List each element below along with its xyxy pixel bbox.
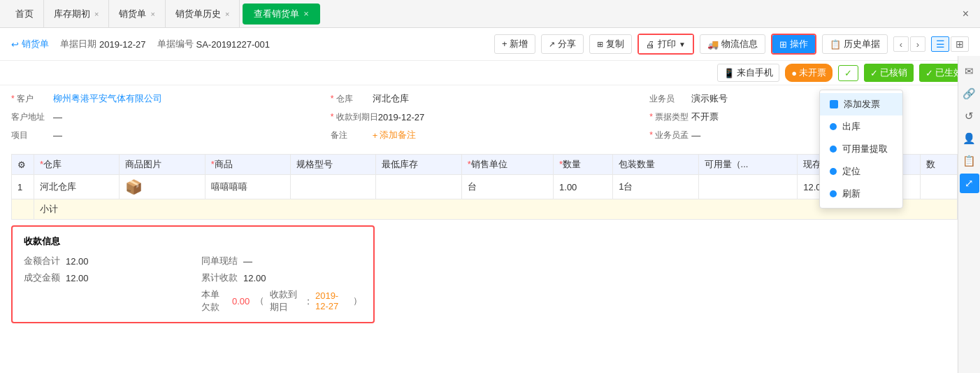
settings-col-header: ⚙	[12, 155, 34, 175]
share-icon: ↗	[549, 40, 555, 49]
row-pkg-qty: 1台	[613, 175, 698, 199]
current-due-full-item: 本单欠款 0.00 （ 收款到期日 : 2019-12-27 ）	[201, 288, 362, 314]
sidebar-link-icon[interactable]: 🔗	[960, 84, 979, 104]
confirmed-check-icon: ✓	[870, 68, 878, 78]
project-field: 项目 —	[11, 129, 331, 141]
circle-icon: ●	[791, 68, 797, 78]
doc-date-field: 单据日期 2019-12-27	[60, 38, 146, 50]
col-available: 可用量（...	[698, 155, 798, 175]
tab-view-sales[interactable]: 查看销货单 ×	[243, 3, 320, 24]
not-open-button[interactable]: ● 未开票	[785, 64, 833, 82]
transaction-amount-item: 成交金额 12.00	[24, 272, 185, 284]
truck-icon: 🚚	[707, 39, 719, 50]
customer-field: 客户 柳州粤港平安气体有限公司	[11, 92, 331, 105]
col-amount: 数	[920, 155, 957, 175]
product-image: 📦	[125, 179, 143, 195]
confirmed-button[interactable]: ✓ 已核销	[864, 64, 914, 82]
action-row: 📱 来自手机 ● 未开票 ✓ ✓ 已核销 ✓ 已生效	[0, 61, 980, 85]
check-icon-button[interactable]: ✓	[838, 65, 858, 81]
operations-button[interactable]: ⊞ 操作	[772, 35, 815, 53]
tab-close-inventory[interactable]: ×	[94, 10, 99, 18]
col-qty: *数量	[554, 155, 613, 175]
outbound-dot-icon	[830, 123, 837, 130]
prev-arrow[interactable]: ‹	[893, 36, 909, 52]
col-spec: 规格型号	[291, 155, 376, 175]
row-image: 📦	[120, 175, 205, 199]
invoice-type-field: 票据类型 不开票	[649, 111, 969, 123]
warehouse-field: 仓库 河北仓库	[331, 92, 650, 105]
doc-header: ↩ 销货单 单据日期 2019-12-27 单据编号 SA-20191227-0…	[0, 28, 980, 61]
refresh-dot-icon	[830, 190, 837, 197]
tab-sales-history[interactable]: 销货单历史 ×	[166, 0, 240, 28]
toolbar: + 新增 ↗ 分享 ⊞ 复制 🖨 打印 ▼ 🚚 物流信息	[494, 34, 969, 55]
print-dropdown-arrow[interactable]: ▼	[679, 41, 686, 48]
sales-employee-field: 业务员孟 —	[649, 129, 969, 141]
print-button-wrapper: 🖨 打印 ▼	[637, 34, 694, 55]
sidebar-user-icon[interactable]: 👤	[960, 129, 979, 148]
history-icon: 📋	[830, 39, 841, 50]
same-bill-settlement-item: 同单现结 —	[201, 255, 362, 267]
address-field: 客户地址 —	[11, 111, 331, 123]
col-product: *商品	[205, 155, 290, 175]
sidebar-clip-icon[interactable]: 📋	[960, 151, 979, 171]
table-header-row: ⚙ *仓库 商品图片 *商品 规格型号 最低库存 *销售单位 *数量	[12, 155, 958, 175]
sidebar-refresh-icon[interactable]: ↺	[960, 106, 979, 126]
phone-icon: 📱	[723, 68, 735, 78]
copy-button[interactable]: ⊞ 复制	[589, 34, 632, 54]
col-pkg-qty: 包装数量	[613, 155, 698, 175]
grid-icon: ⊞	[779, 39, 787, 50]
locate-item[interactable]: 定位	[820, 160, 902, 183]
tab-home[interactable]: 首页	[6, 0, 44, 28]
add-invoice-item[interactable]: 添加发票	[820, 93, 902, 115]
settings-icon[interactable]: ⚙	[17, 160, 26, 170]
outbound-item[interactable]: 出库	[820, 115, 902, 138]
add-note-button[interactable]: + 添加备注	[373, 129, 417, 141]
summary-title: 收款信息	[24, 235, 362, 248]
tab-close-view[interactable]: ×	[303, 8, 309, 19]
tab-sales-order[interactable]: 销货单 ×	[109, 0, 165, 28]
nav-arrows: ‹ ›	[893, 36, 925, 52]
close-window-button[interactable]: ×	[957, 8, 974, 20]
sidebar-expand-icon[interactable]: ⤢	[960, 174, 979, 193]
table-scroll: ⚙ *仓库 商品图片 *商品 规格型号 最低库存 *销售单位 *数量	[0, 154, 958, 220]
new-button[interactable]: + 新增	[494, 34, 535, 54]
from-phone-button[interactable]: 📱 来自手机	[717, 64, 779, 82]
copy-icon: ⊞	[597, 40, 603, 49]
subtotal-row: 小计	[12, 199, 958, 220]
effective-check-icon: ✓	[925, 68, 933, 78]
check-icon: ✓	[844, 68, 852, 78]
col-warehouse: *仓库	[34, 155, 120, 175]
sidebar-mail-icon[interactable]: ✉	[960, 62, 979, 81]
employee-field: 业务员 演示账号	[649, 92, 969, 105]
available-dot-icon	[830, 146, 837, 153]
table-row: 1 河北仓库 📦 嘻嘻嘻嘻 台 1.00 1台 12.00 0.	[12, 175, 958, 199]
print-button[interactable]: 🖨 打印 ▼	[639, 35, 693, 53]
history-button[interactable]: 📋 历史单据	[822, 34, 888, 54]
list-view-button[interactable]: ☰	[931, 36, 949, 52]
available-qty-item[interactable]: 可用量提取	[820, 138, 902, 160]
refresh-item[interactable]: 刷新	[820, 183, 902, 205]
operations-button-wrapper: ⊞ 操作	[771, 34, 816, 55]
next-arrow[interactable]: ›	[910, 36, 925, 52]
right-sidebar: ✉ 🔗 ↺ 👤 📋 ⤢	[958, 56, 980, 373]
col-unit: *销售单位	[461, 155, 553, 175]
share-button[interactable]: ↗ 分享	[541, 34, 584, 54]
row-available	[698, 175, 798, 199]
tab-bar: 首页 库存期初 × 销货单 × 销货单历史 × 查看销货单 × ×	[0, 0, 980, 28]
logistics-button[interactable]: 🚚 物流信息	[700, 34, 765, 54]
tab-close-history[interactable]: ×	[225, 10, 229, 18]
tab-inventory-init[interactable]: 库存期初 ×	[44, 0, 109, 28]
locate-dot-icon	[830, 168, 837, 175]
summary-grid: 金额合计 12.00 同单现结 — 成交金额 12.00 累计收款 12.00 …	[24, 255, 362, 314]
row-warehouse: 河北仓库	[34, 175, 120, 199]
row-min-stock	[376, 175, 461, 199]
tab-close-sales[interactable]: ×	[150, 10, 154, 18]
operations-dropdown: 添加发票 出库 可用量提取 定位 刷新	[819, 90, 903, 209]
main-content: ↩ 销货单 单据日期 2019-12-27 单据编号 SA-20191227-0…	[0, 28, 980, 373]
total-amount-item: 金额合计 12.00	[24, 255, 185, 267]
row-qty: 1.00	[554, 175, 613, 199]
doc-number-field: 单据编号 SA-20191227-001	[157, 38, 271, 50]
row-unit: 台	[461, 175, 553, 199]
grid-view-button[interactable]: ⊞	[951, 36, 969, 52]
plus-icon: +	[373, 130, 378, 141]
